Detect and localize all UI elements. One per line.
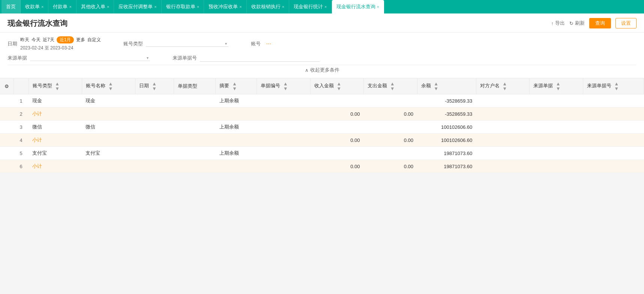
- shortcut-custom[interactable]: 自定义: [87, 37, 101, 43]
- row-account-name-cell: [82, 134, 135, 147]
- row-date-cell: [135, 121, 174, 134]
- sort-icon: ▲▼: [390, 81, 395, 91]
- shortcut-more[interactable]: 更多: [76, 37, 85, 43]
- close-icon[interactable]: ×: [41, 4, 44, 9]
- source-doc-no-input[interactable]: [200, 54, 320, 62]
- nav-tab-home[interactable]: 首页: [2, 0, 21, 13]
- gear-icon[interactable]: ⚙: [5, 84, 9, 89]
- th-balance[interactable]: 余额 ▲▼: [417, 78, 476, 94]
- row-doc-type-cell: [174, 94, 216, 107]
- shortcut-today[interactable]: 今天: [32, 37, 41, 43]
- th-source-doc-no[interactable]: 来源单据号 ▲▼: [583, 78, 644, 94]
- row-account-type-cell: 小计: [29, 134, 82, 147]
- account-type-select[interactable]: ▾: [146, 41, 228, 47]
- row-source-doc-no-cell: [583, 134, 644, 147]
- nav-tab-ar-ap-adjust[interactable]: 应收应付调整单 ×: [114, 0, 161, 13]
- table-row: 3微信微信上期余额100102606.60: [0, 121, 644, 134]
- th-account-type[interactable]: 账号类型 ▲▼: [29, 78, 82, 94]
- row-counterpart-cell: [476, 147, 529, 160]
- row-summary-cell: [216, 107, 257, 121]
- th-doc-no[interactable]: 单据编号 ▲▼: [257, 78, 310, 94]
- row-balance-cell: 100102606.60: [417, 134, 476, 147]
- row-doc-no-cell: [257, 160, 310, 173]
- row-account-name-cell: [82, 160, 135, 173]
- sort-icon: ▲▼: [556, 81, 561, 91]
- row-summary-cell: [216, 134, 257, 147]
- row-number-cell: 6: [14, 160, 29, 173]
- row-gear-cell: [0, 121, 14, 134]
- close-icon[interactable]: ×: [282, 4, 284, 9]
- nav-tab-bank-deposit[interactable]: 银行存取款单 ×: [162, 0, 204, 13]
- row-income-cell: [310, 121, 363, 134]
- export-button[interactable]: ↑ 导出: [551, 20, 565, 27]
- chevron-down-icon: ▾: [225, 42, 227, 46]
- date-shortcuts: 昨天 今天 近7天 近1月 更多 自定义: [20, 36, 101, 43]
- row-account-type-cell: 小计: [29, 107, 82, 121]
- row-account-type-cell: 小计: [29, 160, 82, 173]
- row-expense-cell: 0.00: [364, 134, 417, 147]
- row-gear-cell: [0, 160, 14, 173]
- row-income-cell: 0.00: [310, 134, 363, 147]
- nav-tab-other-income[interactable]: 其他收入单 ×: [77, 0, 114, 13]
- chevron-down-icon: ▾: [147, 56, 149, 60]
- account-type-label: 账号类型: [123, 40, 143, 47]
- row-date-cell: [135, 160, 174, 173]
- header-actions: ↑ 导出 ↻ 刷新 查询 设置: [551, 18, 637, 28]
- row-summary-cell: [216, 160, 257, 173]
- sort-icon: ▲▼: [108, 81, 113, 91]
- th-summary[interactable]: 摘要 ▲▼: [216, 78, 257, 94]
- th-expense[interactable]: 支出金额 ▲▼: [364, 78, 417, 94]
- close-icon[interactable]: ×: [377, 4, 379, 9]
- th-source-doc[interactable]: 来源单据 ▲▼: [530, 78, 583, 94]
- close-icon[interactable]: ×: [197, 4, 199, 9]
- collapse-bar[interactable]: ∧ 收起更多条件: [8, 65, 636, 75]
- close-icon[interactable]: ×: [154, 4, 156, 9]
- nav-tab-prepaid[interactable]: 预收冲应收单 ×: [204, 0, 246, 13]
- row-source-doc-no-cell: [583, 107, 644, 121]
- close-icon[interactable]: ×: [324, 4, 327, 9]
- close-icon[interactable]: ×: [239, 4, 242, 9]
- query-button[interactable]: 查询: [589, 18, 611, 28]
- refresh-icon: ↻: [569, 21, 573, 26]
- row-doc-type-cell: [174, 107, 216, 121]
- th-date[interactable]: 日期 ▲▼: [135, 78, 174, 94]
- shortcut-7days[interactable]: 近7天: [43, 37, 54, 43]
- refresh-button[interactable]: ↻ 刷新: [569, 20, 585, 27]
- account-label: 账号: [251, 40, 261, 47]
- nav-tab-cash-stat[interactable]: 现金银行统计 ×: [289, 0, 332, 13]
- source-doc-select[interactable]: ▾: [30, 55, 150, 61]
- nav-tab-cash-flow[interactable]: 现金银行流水查询 ×: [332, 0, 384, 13]
- th-account-name[interactable]: 账号名称 ▲▼: [82, 78, 135, 94]
- table-body: 1现金现金上期余额-3528659.332小计0.000.00-3528659.…: [0, 94, 644, 173]
- nav-tab-receipt[interactable]: 收款单 ×: [21, 0, 48, 13]
- account-ellipsis-button[interactable]: ···: [264, 40, 273, 47]
- export-icon: ↑: [551, 21, 554, 26]
- row-source-doc-no-cell: [583, 160, 644, 173]
- shortcut-yesterday[interactable]: 昨天: [20, 37, 29, 43]
- th-income[interactable]: 收入金额 ▲▼: [310, 78, 363, 94]
- nav-tab-cash-flow-label: 现金银行流水查询: [336, 3, 375, 10]
- nav-tab-payment[interactable]: 付款单 ×: [48, 0, 76, 13]
- close-icon[interactable]: ×: [69, 4, 71, 9]
- page-header: 现金银行流水查询 ↑ 导出 ↻ 刷新 查询 设置: [0, 13, 644, 33]
- settings-button[interactable]: 设置: [615, 18, 636, 28]
- collapse-up-icon: ∧: [305, 67, 309, 73]
- shortcut-1month[interactable]: 近1月: [57, 36, 74, 43]
- date-filter-label: 日期: [8, 40, 17, 47]
- th-counterpart[interactable]: 对方户名 ▲▼: [476, 78, 529, 94]
- source-doc-label: 来源单据: [8, 55, 27, 61]
- row-doc-type-cell: [174, 147, 216, 160]
- row-income-cell: [310, 94, 363, 107]
- filter-row-2: 来源单据 ▾ 来源单据号: [8, 54, 636, 62]
- row-doc-no-cell: [257, 121, 310, 134]
- row-income-cell: 0.00: [310, 107, 363, 121]
- nav-tab-receipt-verify-label: 收款核销执行: [251, 3, 281, 10]
- row-summary-cell: 上期余额: [216, 94, 257, 107]
- close-icon[interactable]: ×: [107, 4, 109, 9]
- top-navigation: 首页 收款单 × 付款单 × 其他收入单 × 应收应付调整单 × 银行存取款单 …: [0, 0, 644, 13]
- date-filter: 日期 昨天 今天 近7天 近1月 更多 自定义 2023-02-24 至 202…: [8, 36, 101, 51]
- nav-tab-receipt-verify[interactable]: 收款核销执行 ×: [247, 0, 289, 13]
- sort-icon: ▲▼: [283, 81, 288, 91]
- row-expense-cell: 0.00: [364, 160, 417, 173]
- row-balance-cell: -3528659.33: [417, 107, 476, 121]
